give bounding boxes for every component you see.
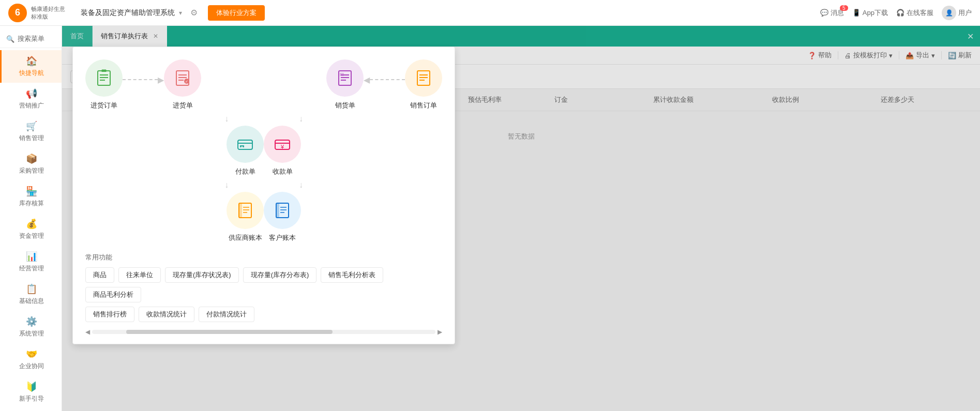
info-icon: 📋 (26, 283, 37, 295)
func-btn-recv-stat[interactable]: 收款情况统计 (139, 307, 194, 322)
top-header: 6 畅康通好生意 标准版 装备及固定资产辅助管理系统 ▾ ⚙ 体验行业方案 💬 … (0, 0, 980, 26)
receipt-bill-icon: ¥ (264, 126, 301, 163)
sidebar-item-system[interactable]: ⚙️ 系统管理 (0, 311, 62, 343)
online-service-btn[interactable]: 🎧 在线客服 (896, 8, 933, 18)
logo-text: 畅康通好生意 标准版 (31, 5, 65, 20)
flow-node-purchase-order[interactable]: 进货订单 (85, 59, 123, 110)
sidebar: 🔍 搜索菜单 🏠 快捷导航 📢 营销推广 🛒 销售管理 📦 采购管理 🏪 库存核… (0, 26, 62, 411)
scrollbar-track[interactable] (92, 330, 435, 334)
sales-order-icon (405, 59, 442, 97)
money-icon: 💰 (26, 218, 37, 230)
marketing-icon: 📢 (26, 88, 37, 99)
box-icon: 📦 (26, 153, 37, 164)
func-btn-sales-rank[interactable]: 销售排行榜 (85, 307, 134, 322)
purchase-bill-icon: ✓ (164, 59, 201, 97)
gear-icon: ⚙️ (26, 316, 37, 327)
search-icon: 🔍 (6, 35, 14, 43)
func-buttons-row1: 商品 往来单位 现存量(库存状况表) 现存量(库存分布表) 销售毛利分析表 商品… (85, 267, 442, 302)
scroll-right-arrow[interactable]: ▶ (438, 328, 442, 336)
payment-bill-label: 付款单 (235, 167, 255, 176)
payment-bill-icon: ¥ (227, 126, 264, 163)
guide-icon: 🔰 (26, 381, 37, 392)
flow-node-purchase-bill[interactable]: ✓ 进货单 (164, 59, 201, 110)
logo-area: 6 畅康通好生意 标准版 (8, 4, 70, 22)
header-right: 💬 消息 5 📱 App下载 🎧 在线客服 👤 用户 (820, 6, 972, 20)
sidebar-search[interactable]: 🔍 搜索菜单 (0, 30, 62, 48)
handshake-icon: 🤝 (26, 348, 37, 360)
system-title: 装备及固定资产辅助管理系统 (81, 8, 175, 18)
experience-btn[interactable]: 体验行业方案 (208, 5, 265, 21)
sidebar-item-new-guide[interactable]: 🔰 新手引导 (0, 376, 62, 408)
supplier-ledger-label: 供应商账本 (229, 233, 262, 242)
sales-bill-icon (326, 59, 364, 97)
svg-rect-32 (276, 203, 279, 218)
receipt-bill-label: 收款单 (273, 167, 293, 176)
settings-icon[interactable]: ⚙ (190, 8, 198, 18)
sales-order-label: 销售订单 (410, 101, 437, 110)
svg-text:✓: ✓ (185, 80, 188, 83)
svg-text:¥: ¥ (240, 145, 244, 149)
svg-text:¥: ¥ (280, 144, 284, 150)
flow-node-sales-bill[interactable]: 销货单 (326, 59, 364, 110)
sidebar-item-sales[interactable]: 🛒 销售管理 (0, 115, 62, 148)
user-avatar: 👤 (942, 6, 956, 20)
flow-node-supplier-ledger[interactable]: 供应商账本 (227, 192, 264, 242)
func-btn-sales-margin[interactable]: 销售毛利分析表 (321, 267, 383, 283)
flow-node-receipt-bill[interactable]: ¥ 收款单 (264, 126, 301, 176)
sidebar-item-marketing[interactable]: 📢 营销推广 (0, 83, 62, 115)
func-buttons-row2: 销售排行榜 收款情况统计 付款情况统计 (85, 307, 442, 322)
sidebar-item-quick-nav[interactable]: 🏠 快捷导航 (0, 50, 62, 83)
message-btn[interactable]: 💬 消息 5 (820, 8, 844, 18)
home-icon: 🏠 (26, 55, 37, 67)
func-btn-stock-dist[interactable]: 现存量(库存分布表) (243, 267, 317, 283)
logo-icon: 6 (8, 4, 27, 22)
flow-node-payment-bill[interactable]: ¥ 付款单 (227, 126, 264, 176)
sidebar-item-corp-collab[interactable]: 🤝 企业协同 (0, 343, 62, 376)
sidebar-item-operations[interactable]: 📊 经营管理 (0, 246, 62, 278)
purchase-order-icon (85, 59, 123, 97)
sidebar-item-inventory[interactable]: 🏪 库存核算 (0, 180, 62, 213)
func-btn-product-margin[interactable]: 商品毛利分析 (85, 287, 141, 302)
popup-scrollbar: ◀ ▶ (85, 328, 442, 336)
quick-nav-overlay: 进货订单 ▶ ✓ 进货单 (62, 26, 980, 411)
purchase-order-label: 进货订单 (91, 101, 117, 110)
sidebar-item-basic-info[interactable]: 📋 基础信息 (0, 278, 62, 311)
func-btn-product[interactable]: 商品 (85, 267, 114, 283)
customer-ledger-icon (264, 192, 301, 229)
system-title-area: 装备及固定资产辅助管理系统 ▾ ⚙ 体验行业方案 (70, 5, 820, 21)
sidebar-item-purchase[interactable]: 📦 采购管理 (0, 148, 62, 180)
svg-rect-19 (238, 140, 252, 149)
func-btn-stock-status[interactable]: 现存量(库存状况表) (165, 267, 239, 283)
message-badge: 5 (840, 5, 848, 11)
sidebar-item-finance[interactable]: 💰 资金管理 (0, 213, 62, 246)
common-functions-title: 常用功能 (85, 253, 442, 262)
popup-panel: 进货订单 ▶ ✓ 进货单 (72, 47, 455, 344)
sales-bill-label: 销货单 (335, 101, 355, 110)
svg-rect-14 (340, 73, 344, 76)
headset-icon: 🎧 (896, 9, 904, 17)
flow-node-sales-order[interactable]: 销售订单 (405, 59, 442, 110)
chart-icon: 📊 (26, 251, 37, 262)
func-btn-pay-stat[interactable]: 付款情况统计 (199, 307, 254, 322)
flow-node-customer-ledger[interactable]: 客户账本 (264, 192, 301, 242)
cart-icon: 🛒 (26, 120, 37, 132)
func-btn-partner[interactable]: 往来单位 (118, 267, 161, 283)
purchase-bill-label: 进货单 (173, 101, 193, 110)
phone-icon: 📱 (852, 9, 861, 17)
dropdown-icon[interactable]: ▾ (179, 9, 182, 17)
customer-ledger-label: 客户账本 (269, 233, 296, 242)
supplier-ledger-icon (227, 192, 264, 229)
user-btn[interactable]: 👤 用户 (942, 6, 972, 20)
svg-rect-27 (239, 203, 242, 218)
app-download-btn[interactable]: 📱 App下载 (852, 8, 888, 18)
store-icon: 🏪 (26, 186, 37, 197)
common-functions: 常用功能 商品 往来单位 现存量(库存状况表) 现存量(库存分布表) 销售毛利分… (85, 253, 442, 322)
message-icon: 💬 (820, 9, 828, 17)
scroll-left-arrow[interactable]: ◀ (85, 328, 90, 336)
scrollbar-thumb (126, 330, 332, 334)
